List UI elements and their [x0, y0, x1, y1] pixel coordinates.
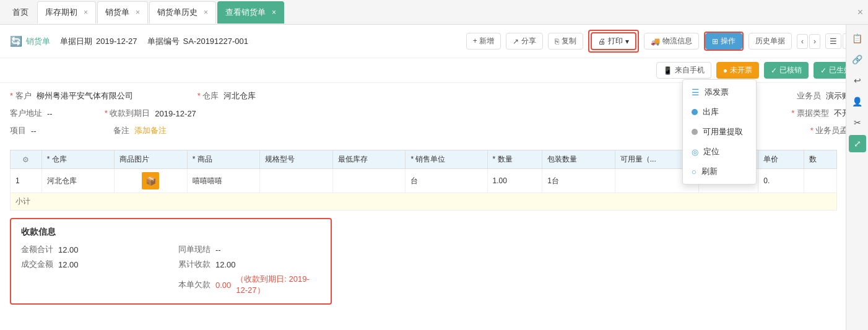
operations-icon: ⊞ — [712, 37, 718, 46]
col-spec: 规格型号 — [260, 150, 333, 169]
remark-label: 备注 — [113, 125, 129, 136]
sidebar-user-icon[interactable]: 👤 — [849, 93, 866, 110]
from-mobile-button[interactable]: 📱 来自手机 — [656, 62, 711, 79]
col-warehouse: * 仓库 — [41, 150, 115, 169]
sidebar-return-icon[interactable]: ↩ — [849, 72, 866, 89]
doc-icon: 🔄 — [10, 35, 22, 47]
not-open-button[interactable]: ● 未开票 — [716, 62, 759, 79]
tab-sales-history[interactable]: 销货单历史 × — [149, 1, 216, 24]
window-close-button[interactable]: × — [857, 7, 863, 18]
new-button-label: + 新增 — [473, 36, 494, 46]
logistics-icon: 🚚 — [651, 37, 660, 46]
tab-inventory-label: 库存期初 — [45, 7, 77, 18]
doc-actions: + 新增 ↗ 分享 ⎘ 复制 🖨 打印 ▾ — [466, 30, 858, 53]
col-qty: * 数量 — [487, 150, 542, 169]
deal-amount-row: 成交金额 12.00 — [21, 259, 163, 270]
logistics-button[interactable]: 🚚 物流信息 — [644, 33, 699, 50]
add-remark-button[interactable]: 添加备注 — [134, 125, 167, 136]
ticket-type-label: 票据类型 — [791, 108, 829, 119]
sidebar-cut-icon[interactable]: ✂ — [849, 114, 866, 131]
col-unit: * 销售单位 — [406, 150, 487, 169]
refresh-label: 刷新 — [701, 166, 718, 177]
tab-home[interactable]: 首页 — [5, 1, 36, 24]
payment-grid: 金额合计 12.00 成交金额 12.00 同单现结 -- 累计收款 — [21, 244, 321, 296]
same-settlement-label: 同单现结 — [178, 244, 210, 255]
same-settlement-value: -- — [215, 245, 221, 254]
available-fetch-label: 可用量提取 — [703, 126, 743, 137]
tab-sales-label: 销货单 — [105, 7, 129, 18]
tab-view-sales[interactable]: 查看销货单 × — [217, 1, 284, 24]
customer-field: 客户 柳州粤港平安气体有限公司 — [10, 90, 133, 102]
print-dropdown-icon: ▾ — [625, 37, 629, 46]
dropdown-add-invoice[interactable]: ☰ 添发票 — [683, 82, 756, 102]
list-view-button[interactable]: ☰ — [825, 33, 841, 49]
project-field: 项目 -- — [10, 125, 37, 136]
tab-sales[interactable]: 销货单 × — [97, 1, 148, 24]
warehouse-label: 仓库 — [197, 90, 219, 102]
doc-meta: 单据日期 2019-12-27 单据编号 SA-20191227-001 — [60, 36, 248, 47]
dropdown-refresh[interactable]: ○ 刷新 — [683, 162, 756, 181]
verified-icon: ✓ — [771, 66, 777, 75]
copy-label: 复制 — [562, 36, 576, 46]
locate-label: 定位 — [703, 146, 719, 157]
mobile-icon: 📱 — [663, 66, 672, 75]
history-button[interactable]: 历史单据 — [749, 33, 792, 50]
amount-total-row: 金额合计 12.00 — [21, 244, 163, 255]
from-mobile-label: 来自手机 — [675, 65, 705, 76]
cumulative-payment-value: 12.00 — [215, 260, 236, 269]
effective-icon: ✓ — [820, 66, 827, 75]
col-min-stock: 最低库存 — [332, 150, 406, 169]
copy-button[interactable]: ⎘ 复制 — [548, 33, 583, 50]
row-product-img: 📦 — [115, 169, 188, 193]
sidebar-link-icon[interactable]: 🔗 — [849, 51, 866, 68]
address-value: -- — [47, 109, 53, 118]
row-pkg-qty: 1台 — [542, 169, 615, 193]
row-amount — [804, 169, 837, 193]
tab-view-sales-label: 查看销货单 — [225, 7, 266, 18]
locate-icon: ◎ — [692, 147, 698, 157]
row-qty: 1.00 — [487, 169, 542, 193]
sidebar-doc-icon[interactable]: 📋 — [849, 30, 866, 47]
dropdown-locate[interactable]: ◎ 定位 — [683, 142, 756, 162]
dropdown-ship-out[interactable]: 出库 — [683, 102, 756, 122]
doc-type-label: 销货单 — [26, 36, 50, 47]
not-open-icon: ● — [723, 66, 727, 75]
remark-field: 备注 添加备注 — [113, 125, 167, 136]
project-label: 项目 — [10, 125, 26, 136]
doc-header: 🔄 销货单 单据日期 2019-12-27 单据编号 SA-20191227-0… — [0, 25, 868, 58]
tab-sales-close[interactable]: × — [136, 8, 140, 17]
print-button[interactable]: 🖨 打印 ▾ — [591, 32, 636, 50]
current-due-value: 0.00 — [215, 280, 231, 290]
ship-out-dot — [692, 109, 698, 115]
deal-amount-label: 成交金额 — [21, 259, 53, 270]
amount-total-label: 金额合计 — [21, 244, 53, 255]
tab-view-sales-close[interactable]: × — [272, 8, 276, 17]
tab-inventory-close[interactable]: × — [84, 8, 88, 17]
operations-label: 操作 — [721, 36, 736, 46]
sidebar-expand-icon[interactable]: ⤢ — [849, 135, 866, 152]
tab-sales-history-close[interactable]: × — [204, 8, 208, 17]
col-pkg-qty: 包装数量 — [542, 150, 615, 169]
staff-label: 业务员 — [797, 90, 821, 102]
col-settings[interactable]: ⚙ — [11, 150, 42, 169]
tab-sales-history-label: 销货单历史 — [157, 7, 197, 18]
refresh-icon: ○ — [692, 167, 697, 176]
verified-button[interactable]: ✓ 已核销 — [764, 62, 809, 79]
share-button[interactable]: ↗ 分享 — [506, 33, 543, 50]
dropdown-available-fetch[interactable]: 可用量提取 — [683, 122, 756, 142]
row-unit: 台 — [406, 169, 487, 193]
customer-value: 柳州粤港平安气体有限公司 — [37, 90, 133, 102]
operations-button[interactable]: ⊞ 操作 — [705, 33, 742, 50]
operations-dropdown: ☰ 添发票 出库 可用量提取 ◎ 定位 ○ 刷新 — [682, 79, 757, 185]
same-settlement-row: 同单现结 -- — [178, 244, 321, 255]
share-label: 分享 — [521, 36, 536, 46]
ship-out-label: 出库 — [703, 106, 719, 118]
tab-inventory[interactable]: 库存期初 × — [37, 1, 96, 24]
prev-button[interactable]: ‹ — [797, 34, 808, 49]
payment-date-value: 2019-12-27 — [155, 109, 196, 118]
row-warehouse: 河北仓库 — [41, 169, 115, 193]
address-field: 客户地址 -- — [10, 108, 53, 119]
next-button[interactable]: › — [809, 34, 820, 49]
verified-label: 已核销 — [779, 65, 802, 76]
new-button[interactable]: + 新增 — [466, 33, 501, 50]
